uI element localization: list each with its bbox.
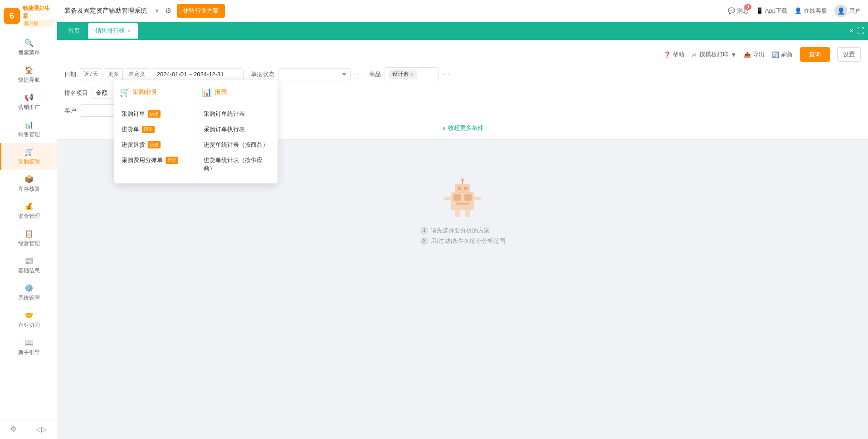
date-custom-button[interactable]: 自定义 — [125, 68, 149, 80]
online-service-label: 在线客服 — [804, 7, 827, 15]
incoming-stats-product-label: 进货单统计表（按商品） — [204, 141, 268, 149]
filter-toolbar: ❓ 帮助 🖨 按模板打印 ▼ 📤 导出 🔄 — [663, 50, 793, 59]
purchase-icon: 🛒 — [24, 148, 34, 156]
product-tag-close-icon[interactable]: × — [410, 72, 413, 77]
sales-label: 销售管理 — [18, 131, 40, 138]
sidebar-item-marketing[interactable]: 📢 营销推广 — [0, 89, 57, 116]
message-group[interactable]: 💬 消息 9 — [728, 7, 749, 15]
purchase-expense-item[interactable]: 采购费用分摊单 历史 — [120, 153, 190, 168]
tab-fullscreen-icon[interactable]: ⛶ — [857, 27, 864, 35]
basic-info-label: 基础信息 — [18, 267, 40, 275]
tab-close-icon[interactable]: × — [127, 28, 131, 34]
status-dots[interactable]: ··· — [354, 71, 362, 78]
sidebar-item-inventory[interactable]: 📦 库存核算 — [0, 170, 57, 197]
product-dots[interactable]: ··· — [443, 71, 450, 78]
guide-icon: 📖 — [24, 338, 34, 347]
online-service-group[interactable]: 👤 在线客服 — [795, 7, 827, 15]
svg-point-6 — [464, 187, 468, 190]
content-area: ❓ 帮助 🖨 按模板打印 ▼ 📤 导出 🔄 — [57, 40, 868, 439]
sidebar-item-basic-info[interactable]: 📰 基础信息 — [0, 252, 57, 279]
date-range-input[interactable] — [153, 68, 244, 80]
reports-col-icon: 📊 — [202, 87, 212, 97]
incoming-order-item[interactable]: 进货单 历史 — [120, 122, 190, 137]
help-icon: ❓ — [663, 51, 671, 58]
purchase-order-item[interactable]: 采购订单 历史 — [120, 106, 190, 122]
svg-rect-1 — [454, 194, 461, 201]
refresh-button[interactable]: 🔄 刷新 — [772, 50, 793, 59]
product-tag: 设计素 × — [389, 69, 417, 79]
sidebar-item-search[interactable]: 🔍 搜索菜单 — [0, 34, 57, 61]
reports-column-title: 📊 报表 — [202, 87, 273, 101]
collapse-up-icon: ∧ — [442, 125, 446, 132]
svg-rect-10 — [474, 197, 481, 200]
enterprise-label: 企业协同 — [18, 321, 40, 329]
empty-tips: 1 请先选择要分析的方案 2 用[过滤]条件来缩小分析范围 — [420, 225, 505, 247]
sidebar-logo: 6 畅捷通好生意 标准版 — [0, 0, 57, 32]
tip2-text: 用[过滤]条件来缩小分析范围 — [431, 236, 505, 246]
tab-home[interactable]: 首页 — [61, 23, 87, 39]
gear-icon[interactable]: ⚙ — [165, 6, 171, 15]
tab-bar: 首页 销售排行榜 × × ⛶ — [57, 22, 868, 40]
purchase-order-stats-item[interactable]: 采购订单统计表 — [202, 106, 273, 122]
user-group[interactable]: 👤 用户 — [834, 5, 861, 17]
collapse-button[interactable]: ∧ 收起更多条件 — [442, 124, 483, 132]
sidebar-item-enterprise[interactable]: 🤝 企业协同 — [0, 306, 57, 334]
date-label: 日期 — [64, 70, 76, 79]
sidebar-item-quick-nav[interactable]: 🏠 快捷导航 — [0, 61, 57, 89]
search-label: 搜索菜单 — [18, 49, 40, 57]
incoming-order-history-badge: 历史 — [142, 126, 155, 133]
tab-sales-rank[interactable]: 销售排行榜 × — [88, 23, 138, 39]
incoming-order-label: 进货单 — [122, 125, 139, 133]
app-container: 6 畅捷通好生意 标准版 🔍 搜索菜单 🏠 快捷导航 📢 营销推广 📊 销售管理… — [0, 0, 868, 439]
customer-label: 客户 — [64, 107, 76, 115]
tab-close-all-icon[interactable]: × — [849, 27, 853, 35]
settings-icon[interactable]: ⚙ — [10, 425, 16, 434]
inventory-icon: 📦 — [24, 175, 34, 183]
purchase-expense-label: 采购费用分摊单 — [122, 156, 163, 164]
sidebar-item-guide[interactable]: 📖 新手引导 — [0, 334, 57, 361]
header-right: 💬 消息 9 📱 App下载 👤 在线客服 👤 用户 — [728, 5, 861, 17]
status-select[interactable] — [278, 68, 351, 80]
export-button[interactable]: 📤 导出 — [744, 50, 765, 59]
purchase-order-label: 采购订单 — [122, 110, 145, 118]
industry-button[interactable]: 体验行业方案 — [177, 4, 225, 18]
sidebar-item-sales[interactable]: 📊 销售管理 — [0, 116, 57, 143]
tab-sales-rank-label: 销售排行榜 — [95, 27, 125, 35]
help-button[interactable]: ❓ 帮助 — [663, 50, 684, 59]
purchase-order-exec-item[interactable]: 采购订单执行表 — [202, 122, 273, 137]
date-more-button[interactable]: 更多 — [104, 68, 123, 80]
return-goods-item[interactable]: 进货退货 历史 — [120, 137, 190, 153]
print-icon: 🖨 — [692, 51, 697, 58]
purchase-label: 采购管理 — [18, 158, 40, 166]
settings-button[interactable]: 设置 — [837, 47, 861, 62]
marketing-label: 营销推广 — [18, 104, 40, 111]
dropdown-arrow-icon[interactable]: ▼ — [154, 8, 160, 14]
inventory-label: 库存核算 — [18, 185, 40, 193]
service-icon: 👤 — [795, 7, 802, 14]
product-label: 商品 — [369, 70, 381, 79]
dropdown-columns: 🛒 采购业务 采购订单 历史 进货单 历史 进货退货 — [114, 80, 278, 183]
svg-point-5 — [458, 187, 461, 190]
date-filter-group: 日期 近7天 更多 自定义 — [64, 68, 244, 80]
svg-rect-12 — [465, 210, 470, 217]
sidebar-item-system[interactable]: ⚙️ 系统管理 — [0, 279, 57, 306]
purchase-dropdown-menu: 🛒 采购业务 采购订单 历史 进货单 历史 进货退货 — [114, 80, 278, 183]
sidebar-item-finance[interactable]: 💰 资金管理 — [0, 197, 57, 225]
date-7days-button[interactable]: 近7天 — [80, 68, 102, 80]
print-button[interactable]: 🖨 按模板打印 ▼ — [692, 50, 736, 59]
sidebar-item-operations[interactable]: 📋 经营管理 — [0, 225, 57, 252]
operations-label: 经营管理 — [18, 240, 40, 247]
incoming-stats-product-item[interactable]: 进货单统计表（按商品） — [202, 137, 273, 153]
app-download-group[interactable]: 📱 App下载 — [756, 7, 787, 15]
sidebar-item-purchase[interactable]: 🛒 采购管理 — [0, 143, 57, 170]
reports-column: 📊 报表 采购订单统计表 采购订单执行表 进货单统计表（按商品） — [196, 80, 278, 183]
query-button[interactable]: 查询 — [800, 47, 830, 62]
reports-col-label: 报表 — [215, 88, 227, 96]
finance-icon: 💰 — [24, 202, 34, 211]
incoming-stats-supplier-item[interactable]: 进货单统计表（按供应商） — [202, 153, 273, 176]
print-dropdown-icon[interactable]: ▼ — [731, 51, 736, 58]
empty-tip-1: 1 请先选择要分析的方案 — [420, 225, 505, 236]
main-area: 装备及固定资产辅助管理系统 ▼ ⚙ 体验行业方案 💬 消息 9 📱 App下载 … — [57, 0, 868, 439]
collapse-icon[interactable]: ◁▷ — [36, 425, 47, 434]
message-icon: 💬 — [728, 7, 735, 14]
